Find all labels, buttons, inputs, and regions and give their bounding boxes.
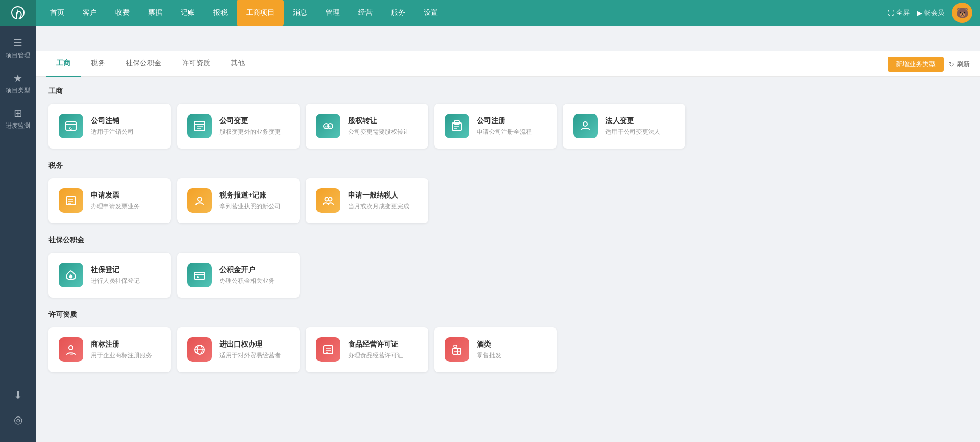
card-text-company-register: 公司注册 申请公司注册全流程 [477,116,532,136]
sidebar-label-project-type: 项目类型 [6,86,30,95]
card-icon-social-register [59,263,83,287]
sidebar-item-progress[interactable]: ⊞ 进度监测 [0,101,36,136]
card-company-register[interactable]: 公司注册 申请公司注册全流程 [434,104,557,149]
card-text-general-taxpayer: 申请一般纳税人 当月或次月成变更完成 [348,191,409,211]
card-tax-accounting[interactable]: 税务报道+记账 拿到营业执照的新公司 [177,178,300,223]
tab-social-fund[interactable]: 社保公积金 [115,51,172,77]
nav-right: ⛶ 全屏 ▶ 畅会员 🐻 [888,3,980,23]
nav-home[interactable]: 首页 [41,0,74,26]
section-title-license: 许可资质 [48,310,967,320]
svg-text:$: $ [329,125,332,129]
nav-items: 首页 客户 收费 票据 记账 报税 工商项目 消息 管理 经营 服务 设置 [36,0,888,26]
svg-point-27 [197,276,199,278]
card-icon-legal-change [573,114,598,138]
refresh-button[interactable]: ↻ 刷新 [949,60,970,69]
section-title-social-fund: 社保公积金 [48,236,967,245]
sidebar-item-project-type[interactable]: ★ 项目类型 [0,66,36,101]
nav-invoice[interactable]: 票据 [139,0,172,26]
list-icon: ☰ [13,37,22,49]
nav-fee[interactable]: 收费 [106,0,139,26]
tab-license[interactable]: 许可资质 [172,51,220,77]
card-title-equity-transfer: 股权转让 [348,116,409,126]
tab-tax[interactable]: 税务 [81,51,115,77]
card-text-legal-change: 法人变更 适用于公司变更法人 [605,116,660,136]
tab-business[interactable]: 工商 [46,51,81,77]
nav-operation[interactable]: 经营 [349,0,382,26]
card-legal-change[interactable]: 法人变更 适用于公司变更法人 [563,104,685,149]
tabs-actions: 新增业务类型 ↻ 刷新 [888,57,970,76]
card-equity-transfer[interactable]: $ $ 股权转让 公司变更需要股权转让 [306,104,428,149]
download-icon: ⬇ [14,389,22,401]
cards-grid-business: 公司注销 适用于注销公司 公司变更 [48,104,967,149]
nav-message[interactable]: 消息 [284,0,316,26]
card-apply-invoice[interactable]: 申请发票 办理申请发票业务 [48,178,171,223]
card-title-legal-change: 法人变更 [605,116,660,126]
svg-point-23 [325,198,329,201]
cards-grid-tax: 申请发票 办理申请发票业务 税务报道+记账 拿到营业执照的新公司 [48,178,967,223]
card-import-export[interactable]: 进出口权办理 适用于对外贸易经营者 [177,327,300,372]
card-text-social-register: 社保登记 进行人员社保登记 [91,265,140,285]
member-button[interactable]: ▶ 畅会员 [917,8,944,17]
help-icon: ◎ [14,413,22,426]
card-food-license[interactable]: 食品经营许可证 办理食品经营许可证 [306,327,428,372]
card-desc-liquor: 零售批发 [477,351,501,360]
card-general-taxpayer[interactable]: 申请一般纳税人 当月或次月成变更完成 [306,178,428,223]
nav-manage[interactable]: 管理 [316,0,349,26]
card-desc-trademark: 用于企业商标注册服务 [91,351,152,360]
card-text-tax-accounting: 税务报道+记账 拿到营业执照的新公司 [219,191,281,211]
cards-grid-license: ™ 商标注册 用于企业商标注册服务 [48,327,967,372]
card-text-import-export: 进出口权办理 适用于对外贸易经营者 [219,340,281,360]
card-fund-account[interactable]: 公积金开户 办理公积金相关业务 [177,253,300,298]
card-text-trademark: 商标注册 用于企业商标注册服务 [91,340,152,360]
card-text-company-change: 公司变更 股权变更外的业务变更 [219,116,281,136]
cards-grid-social-fund: 社保登记 进行人员社保登记 公积金开户 办理公积金相关业务 [48,253,967,298]
svg-point-24 [329,198,332,201]
mascot-avatar[interactable]: 🐻 [952,3,972,23]
section-social-fund: 社保公积金 社保登记 进行人员社保登记 [48,236,967,298]
card-trademark[interactable]: ™ 商标注册 用于企业商标注册服务 [48,327,171,372]
svg-rect-37 [454,345,457,347]
card-title-tax-accounting: 税务报道+记账 [219,191,281,200]
member-label: 畅会员 [924,8,944,17]
card-text-fund-account: 公积金开户 办理公积金相关业务 [219,265,275,285]
card-title-company-register: 公司注册 [477,116,532,126]
new-type-button[interactable]: 新增业务类型 [888,57,944,72]
svg-rect-25 [194,272,205,279]
card-company-change[interactable]: 公司变更 股权变更外的业务变更 [177,104,300,149]
fullscreen-button[interactable]: ⛶ 全屏 [888,8,910,17]
card-text-apply-invoice: 申请发票 办理申请发票业务 [91,191,140,211]
card-desc-food-license: 办理食品经营许可证 [348,351,403,360]
card-icon-apply-invoice [59,188,83,213]
card-title-liquor: 酒类 [477,340,501,349]
card-icon-tax-accounting [187,188,212,213]
card-title-company-change: 公司变更 [219,116,281,126]
sidebar-item-download[interactable]: ⬇ [0,383,36,407]
sidebar-item-project-management[interactable]: ☰ 项目管理 [0,31,36,66]
tab-other[interactable]: 其他 [220,51,255,77]
nav-tax[interactable]: 报税 [204,0,237,26]
card-desc-fund-account: 办理公积金相关业务 [219,277,275,285]
card-title-apply-invoice: 申请发票 [91,191,140,200]
card-desc-apply-invoice: 办理申请发票业务 [91,202,140,211]
card-social-register[interactable]: 社保登记 进行人员社保登记 [48,253,171,298]
nav-accounting[interactable]: 记账 [172,0,204,26]
card-liquor[interactable]: 酒类 零售批发 [434,327,557,372]
nav-service[interactable]: 服务 [382,0,414,26]
card-text-liquor: 酒类 零售批发 [477,340,501,360]
card-desc-company-register: 申请公司注册全流程 [477,128,532,136]
card-title-trademark: 商标注册 [91,340,152,349]
card-title-general-taxpayer: 申请一般纳税人 [348,191,409,200]
card-company-cancel[interactable]: 公司注销 适用于注销公司 [48,104,171,149]
nav-settings[interactable]: 设置 [414,0,447,26]
card-title-fund-account: 公积金开户 [219,265,275,275]
card-text-company-cancel: 公司注销 适用于注销公司 [91,116,134,136]
member-icon: ▶ [917,9,922,17]
section-business: 工商 公司注销 适用于注销公司 [48,87,967,149]
card-text-equity-transfer: 股权转让 公司变更需要股权转让 [348,116,409,136]
svg-text:$: $ [325,125,328,129]
nav-customer[interactable]: 客户 [74,0,106,26]
fullscreen-label: 全屏 [896,8,910,17]
sidebar-item-help[interactable]: ◎ [0,407,36,432]
nav-business[interactable]: 工商项目 [237,0,284,26]
sidebar: ☰ 项目管理 ★ 项目类型 ⊞ 进度监测 ⬇ ◎ [0,26,36,442]
